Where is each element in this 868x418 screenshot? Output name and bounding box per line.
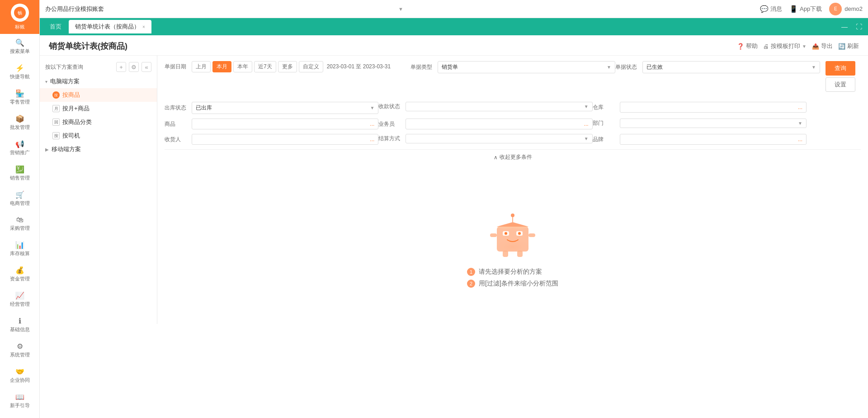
settlement-select[interactable]: ▼	[406, 134, 592, 143]
menu-icon-8: 📊	[15, 241, 24, 249]
sidebar-item-5[interactable]: 💹销售管理	[8, 161, 32, 186]
tree-item-by-month-goods[interactable]: 月 按月+商品	[40, 102, 157, 115]
recv-status-label: 收款状态	[378, 103, 406, 110]
help-action[interactable]: ❓ 帮助	[737, 42, 758, 50]
topbar-title-dropdown[interactable]: ▼	[398, 6, 403, 12]
user-name: demo2	[844, 5, 863, 12]
menu-label-13: 企业协同	[10, 377, 30, 384]
brand-select[interactable]: ...	[620, 134, 807, 145]
tree-item-by-driver[interactable]: 按 按司机	[40, 129, 157, 142]
date-custom-btn[interactable]: 自定义	[299, 61, 323, 72]
menu-icon-6: 🛒	[15, 190, 24, 199]
goods-dots[interactable]: ...	[370, 121, 374, 127]
user-info[interactable]: E demo2	[829, 3, 863, 15]
collapse-label: 收起更多条件	[500, 153, 532, 161]
message-action[interactable]: 💬 消息	[760, 5, 782, 13]
menu-label-10: 经营管理	[10, 301, 30, 308]
menu-icon-1: ⚡	[15, 64, 24, 72]
svg-point-13	[511, 214, 514, 217]
filter-panel: 单据日期 上月 本月 本年 近7天 更多 自定义	[157, 56, 868, 170]
menu-label-5: 销售管理	[10, 175, 30, 181]
menu-label-7: 采购管理	[10, 225, 30, 232]
tab-close-btn[interactable]: ×	[142, 24, 145, 29]
sidebar-item-13[interactable]: 🤝企业协同	[8, 363, 32, 388]
doc-status-select[interactable]: 已生效 ▼	[642, 61, 820, 73]
app-download-action[interactable]: 📱 App下载	[789, 5, 822, 13]
goods-select[interactable]: ...	[192, 119, 378, 129]
filter-row-2: 出库状态 已出库 ▼ 收款状态 ▼	[165, 102, 861, 114]
filter-group-date: 单据日期 上月 本月 本年 近7天 更多 自定义	[165, 61, 410, 72]
sidebar-item-1[interactable]: ⚡快捷导航	[8, 59, 32, 85]
filter-group-goods: 商品 ...	[165, 119, 378, 129]
out-status-select[interactable]: 已出库 ▼	[192, 102, 378, 114]
brand-label: 品牌	[593, 136, 620, 143]
sidebar-item-6[interactable]: 🛒电商管理	[8, 186, 32, 211]
sidebar-item-15[interactable]: 🔲应用中心	[8, 413, 32, 418]
print-action[interactable]: 🖨 按模板打印 ▼	[763, 42, 807, 50]
print-dropdown-icon[interactable]: ▼	[802, 44, 807, 49]
dept-select[interactable]: ▼	[620, 119, 807, 128]
sidebar-item-8[interactable]: 📊库存核算	[8, 236, 32, 261]
tab-active[interactable]: 销货单统计表（按商品） ×	[69, 20, 151, 33]
brand-dots[interactable]: ...	[798, 136, 802, 142]
recv-status-select[interactable]: ▼	[406, 102, 592, 111]
date-7days-btn[interactable]: 近7天	[254, 61, 276, 72]
tree-item-by-category[interactable]: 回 按商品分类	[40, 115, 157, 129]
collapse-icon: ∧	[494, 154, 498, 161]
menu-label-9: 资金管理	[10, 276, 30, 282]
tree-item-by-goods[interactable]: 按 按商品	[40, 88, 157, 102]
sidebar: 畅 标账 🔍搜索菜单⚡快捷导航🏪零售管理📦批发管理📢营销推广💹销售管理🛒电商管理…	[0, 0, 40, 418]
tab-maximize-btn[interactable]: ⛶	[854, 21, 864, 32]
tab-home[interactable]: 首页	[43, 20, 68, 33]
query-actions: 查询 设置	[820, 61, 861, 97]
add-scheme-btn[interactable]: +	[116, 62, 126, 72]
sidebar-item-7[interactable]: 🛍采购管理	[8, 211, 32, 236]
doc-type-select[interactable]: 销货单 ▼	[438, 61, 615, 73]
full-content: 按以下方案查询 + ⚙ « ▾ 电脑端方案	[40, 56, 868, 324]
tree-group-desktop-header[interactable]: ▾ 电脑端方案	[40, 75, 157, 88]
export-label: 导出	[821, 42, 833, 50]
sidebar-item-4[interactable]: 📢营销推广	[8, 135, 32, 161]
receiver-select[interactable]: ...	[192, 134, 378, 145]
sidebar-item-11[interactable]: ℹ基础信息	[8, 312, 32, 337]
date-label: 单据日期	[165, 63, 192, 71]
sidebar-item-10[interactable]: 📈经营管理	[8, 287, 32, 312]
logo-area[interactable]: 畅 标账	[0, 0, 39, 34]
collapse-bar[interactable]: ∧ 收起更多条件	[165, 149, 861, 165]
sidebar-item-14[interactable]: 📖新手引导	[8, 388, 32, 413]
dept-arrow: ▼	[798, 121, 802, 126]
sidebar-item-9[interactable]: 💰资金管理	[8, 261, 32, 287]
date-cur-btn[interactable]: 本月	[212, 61, 231, 72]
tab-minimize-btn[interactable]: —	[839, 21, 850, 32]
date-year-btn[interactable]: 本年	[233, 61, 252, 72]
tree-group-mobile-header[interactable]: ▶ 移动端方案	[40, 142, 157, 156]
query-btn[interactable]: 查询	[826, 61, 855, 76]
sidebar-item-12[interactable]: ⚙系统管理	[8, 337, 32, 363]
salesman-dots[interactable]: ...	[584, 121, 589, 127]
menu-icon-14: 📖	[15, 393, 24, 401]
svg-rect-10	[503, 251, 508, 257]
refresh-action[interactable]: 🔄 刷新	[838, 42, 859, 50]
collapse-panel-btn[interactable]: «	[142, 62, 151, 72]
main-area: 办公用品行业模拟账套 ▼ 💬 消息 📱 App下载 E demo2 首页	[40, 0, 868, 418]
menu-icon-2: 🏪	[15, 89, 24, 98]
sidebar-menu-container: 🔍搜索菜单⚡快捷导航🏪零售管理📦批发管理📢营销推广💹销售管理🛒电商管理🛍采购管理…	[8, 34, 32, 418]
filter-group-brand: 品牌 ...	[593, 134, 807, 145]
setting-btn[interactable]: 设置	[826, 77, 855, 92]
date-more-btn[interactable]: 更多	[278, 61, 297, 72]
export-action[interactable]: 📤 导出	[812, 42, 833, 50]
sidebar-item-0[interactable]: 🔍搜索菜单	[8, 34, 32, 59]
topbar-actions: 💬 消息 📱 App下载 E demo2	[760, 3, 863, 15]
right-area: 单据日期 上月 本月 本年 近7天 更多 自定义	[157, 56, 868, 324]
receiver-dots[interactable]: ...	[370, 136, 374, 142]
salesman-label: 业务员	[378, 120, 406, 128]
sidebar-item-2[interactable]: 🏪零售管理	[8, 85, 32, 110]
salesman-select[interactable]: ...	[406, 119, 592, 129]
settings-scheme-btn[interactable]: ⚙	[129, 62, 139, 72]
warehouse-label: 仓库	[593, 104, 620, 111]
warehouse-dots[interactable]: ...	[798, 104, 802, 110]
sidebar-item-3[interactable]: 📦批发管理	[8, 110, 32, 135]
filter-group-recv-status: 收款状态 ▼	[378, 102, 592, 111]
warehouse-select[interactable]: ...	[620, 102, 807, 113]
date-prev-btn[interactable]: 上月	[192, 61, 211, 72]
